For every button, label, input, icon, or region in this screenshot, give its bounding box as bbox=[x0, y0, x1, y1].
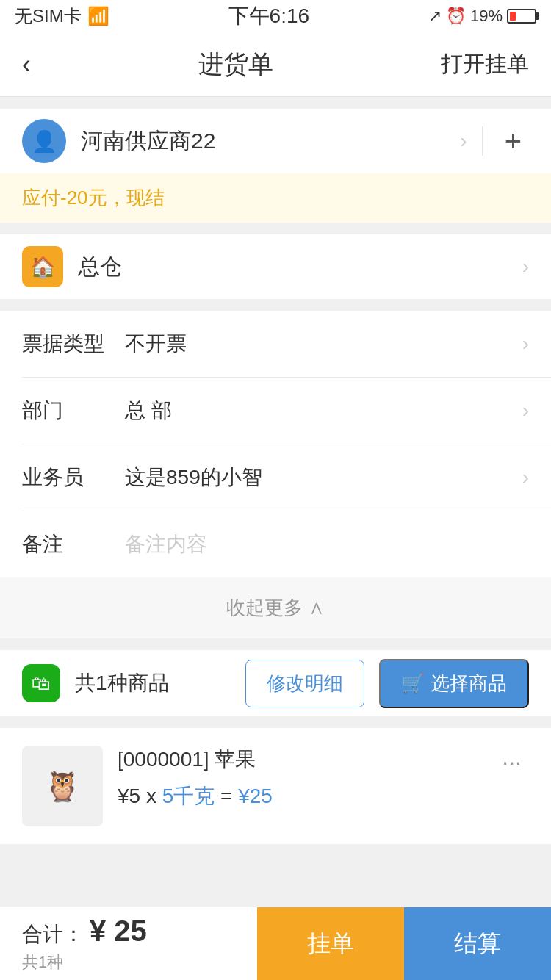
separator-3 bbox=[0, 299, 551, 311]
owl-icon: 🦉 bbox=[44, 769, 81, 804]
salesperson-label: 业务员 bbox=[22, 464, 125, 491]
remark-row[interactable]: 备注 备注内容 bbox=[0, 511, 551, 577]
battery-fill bbox=[510, 12, 516, 21]
supplier-divider bbox=[482, 126, 483, 156]
equals-sign: = bbox=[220, 785, 238, 807]
status-bar: 无SIM卡 📶 下午6:16 ↗ ⏰ 19% bbox=[0, 0, 551, 32]
nav-bar: ‹ 进货单 打开挂单 bbox=[0, 32, 551, 97]
collapse-row[interactable]: 收起更多 ∧ bbox=[0, 577, 551, 638]
hang-button[interactable]: 挂单 bbox=[257, 907, 404, 980]
total-section: 合计： ¥ 25 共1种 bbox=[0, 907, 257, 980]
department-label: 部门 bbox=[22, 397, 125, 425]
back-button[interactable]: ‹ bbox=[22, 49, 31, 80]
battery-icon bbox=[507, 9, 536, 24]
total-main: 合计： ¥ 25 bbox=[22, 915, 235, 948]
remark-placeholder: 备注内容 bbox=[125, 530, 529, 558]
remark-label: 备注 bbox=[22, 530, 125, 558]
product-id: [0000001] bbox=[118, 748, 209, 771]
goods-count: 共1种商品 bbox=[75, 669, 231, 697]
total-sub: 共1种 bbox=[22, 951, 235, 973]
supplier-name: 河南供应商22 bbox=[81, 126, 460, 156]
warehouse-row[interactable]: 🏠 总仓 › bbox=[0, 234, 551, 299]
bottom-bar: 合计： ¥ 25 共1种 挂单 结算 bbox=[0, 907, 551, 980]
time-display: 下午6:16 bbox=[228, 2, 310, 30]
invoice-type-chevron-icon: › bbox=[522, 332, 529, 356]
select-goods-icon: 🛒 bbox=[401, 672, 425, 695]
product-item: 🦉 [0000001] 苹果 ¥5 x 5千克 = ¥25 ··· bbox=[0, 728, 551, 844]
open-hang-button[interactable]: 打开挂单 bbox=[441, 49, 529, 79]
cart-icon: 🛍 bbox=[32, 672, 51, 695]
total-amount: ¥ 25 bbox=[90, 915, 147, 948]
product-unit-price: ¥5 bbox=[118, 785, 140, 807]
checkout-button-label: 结算 bbox=[454, 928, 501, 960]
product-quantity: 5千克 bbox=[162, 785, 215, 807]
goods-header: 🛍 共1种商品 修改明细 🛒 选择商品 bbox=[0, 650, 551, 716]
warehouse-chevron-icon: › bbox=[522, 255, 529, 278]
multiply-sign: x bbox=[146, 785, 162, 807]
wifi-icon: 📶 bbox=[87, 6, 109, 26]
department-row[interactable]: 部门 总 部 › bbox=[0, 378, 551, 444]
separator-2 bbox=[0, 223, 551, 234]
alarm-icon: ⏰ bbox=[446, 7, 466, 26]
select-goods-button[interactable]: 🛒 选择商品 bbox=[379, 659, 529, 708]
department-chevron-icon: › bbox=[522, 399, 529, 422]
avatar-icon: 👤 bbox=[32, 129, 57, 154]
info-banner-text: 应付-20元，现结 bbox=[22, 187, 165, 209]
department-value: 总 部 bbox=[125, 397, 522, 425]
page-title: 进货单 bbox=[198, 48, 273, 82]
warehouse-name: 总仓 bbox=[78, 252, 522, 282]
location-icon: ↗ bbox=[428, 7, 442, 26]
separator-5 bbox=[0, 716, 551, 728]
product-total: ¥25 bbox=[238, 785, 273, 807]
salesperson-value: 这是859的小智 bbox=[125, 464, 522, 491]
supplier-avatar: 👤 bbox=[22, 119, 66, 163]
info-banner: 应付-20元，现结 bbox=[0, 173, 551, 223]
battery-percent: 19% bbox=[470, 7, 503, 26]
checkout-button[interactable]: 结算 bbox=[404, 907, 551, 980]
collapse-label: 收起更多 ∧ bbox=[226, 597, 324, 619]
warehouse-icon: 🏠 bbox=[22, 246, 63, 287]
invoice-type-value: 不开票 bbox=[125, 330, 522, 358]
supplier-row: 👤 河南供应商22 › + bbox=[0, 109, 551, 173]
select-goods-label: 选择商品 bbox=[431, 671, 507, 696]
edit-detail-button[interactable]: 修改明细 bbox=[245, 660, 364, 707]
product-info: [0000001] 苹果 ¥5 x 5千克 = ¥25 bbox=[118, 746, 480, 810]
invoice-type-row[interactable]: 票据类型 不开票 › bbox=[0, 311, 551, 377]
add-supplier-button[interactable]: + bbox=[497, 125, 529, 158]
hang-button-label: 挂单 bbox=[307, 928, 354, 960]
product-title: 苹果 bbox=[215, 748, 256, 771]
warehouse-card: 🏠 总仓 › bbox=[0, 234, 551, 299]
product-price-row: ¥5 x 5千克 = ¥25 bbox=[118, 782, 480, 810]
total-label: 合计： bbox=[22, 920, 84, 948]
product-more-button[interactable]: ··· bbox=[494, 746, 529, 779]
product-thumbnail: 🦉 bbox=[22, 746, 103, 826]
invoice-type-label: 票据类型 bbox=[22, 330, 125, 358]
salesperson-row[interactable]: 业务员 这是859的小智 › bbox=[0, 444, 551, 511]
form-card: 票据类型 不开票 › 部门 总 部 › 业务员 这是859的小智 › 备注 备注… bbox=[0, 311, 551, 577]
status-right: ↗ ⏰ 19% bbox=[428, 7, 536, 26]
goods-icon: 🛍 bbox=[22, 664, 60, 702]
separator-4 bbox=[0, 638, 551, 650]
supplier-card: 👤 河南供应商22 › + 应付-20元，现结 bbox=[0, 109, 551, 223]
separator-1 bbox=[0, 97, 551, 109]
carrier-text: 无SIM卡 bbox=[15, 4, 82, 28]
supplier-chevron-icon: › bbox=[460, 129, 467, 153]
status-left: 无SIM卡 📶 bbox=[15, 4, 109, 28]
salesperson-chevron-icon: › bbox=[522, 466, 529, 489]
product-name: [0000001] 苹果 bbox=[118, 746, 480, 774]
